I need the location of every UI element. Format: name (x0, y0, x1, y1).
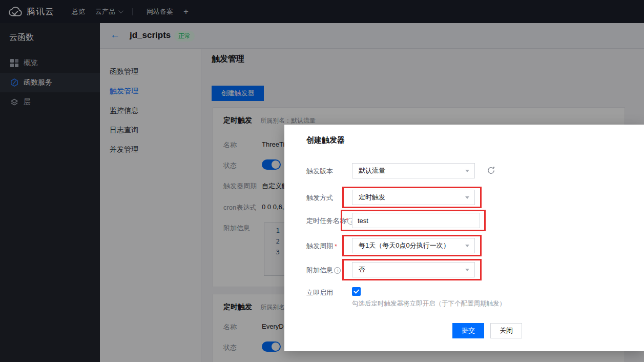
caret-down-icon (465, 245, 469, 247)
task-name-input[interactable] (352, 213, 480, 228)
trigger-method-select[interactable]: 定时触发 (352, 190, 475, 205)
trigger-method-label: 触发方式 (306, 193, 333, 203)
app-window: 腾讯云 总览 云产品 网站备案 + 云函数 概览 函数服务 层 (0, 0, 644, 362)
submit-button[interactable]: 提交 (452, 323, 484, 338)
extra-info-select[interactable]: 否 (352, 262, 475, 277)
trigger-version-label: 触发版本 (306, 167, 333, 176)
enable-now-checkbox[interactable] (352, 287, 361, 296)
enable-now-hint: 勾选后定时触发器将立即开启（于下个配置周期触发） (352, 299, 506, 308)
extra-info-label: 附加信息 (306, 266, 341, 275)
dialog-title: 创建触发器 (306, 135, 345, 145)
trigger-version-select[interactable]: 默认流量 (352, 163, 475, 178)
trigger-period-select[interactable]: 每1天（每天0点0分执行一次） (352, 238, 475, 253)
refresh-icon[interactable] (487, 166, 495, 175)
caret-down-icon (465, 269, 469, 271)
close-button[interactable]: 关闭 (490, 323, 522, 338)
required-mark: * (346, 216, 348, 224)
caret-down-icon (465, 170, 469, 172)
caret-down-icon (465, 196, 469, 199)
enable-now-label: 立即启用 (306, 288, 333, 297)
trigger-period-label: 触发周期 * (306, 242, 337, 251)
info-icon[interactable] (334, 267, 341, 274)
create-trigger-dialog: 创建触发器 触发版本 默认流量 触发方式 定时触发 定时任务名称 * 触发周期 (284, 125, 644, 351)
